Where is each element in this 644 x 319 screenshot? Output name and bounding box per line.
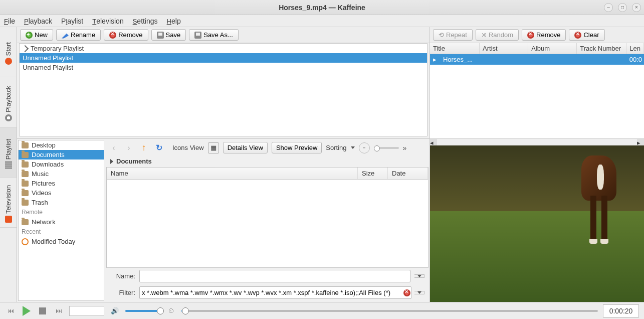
column-date[interactable]: Date [388, 168, 428, 179]
volume-slider[interactable] [125, 310, 160, 312]
folder-icon [22, 162, 29, 168]
menu-playback[interactable]: Playback [24, 17, 52, 25]
list-icon [5, 162, 12, 169]
menu-help[interactable]: Help [167, 17, 181, 25]
name-input[interactable] [139, 270, 410, 282]
nav-up-button[interactable]: ↑ [138, 142, 149, 153]
remove-track-button[interactable]: Remove [522, 29, 566, 41]
zoom-out-button[interactable]: － [359, 142, 370, 153]
folder-icon [22, 142, 29, 148]
place-desktop[interactable]: Desktop [19, 140, 104, 150]
vtab-playback[interactable]: Playback [0, 77, 17, 127]
filter-dropdown[interactable] [414, 291, 424, 294]
aspect-selector[interactable] [69, 306, 104, 316]
col-album[interactable]: Album [528, 43, 577, 54]
close-button[interactable]: × [632, 3, 641, 12]
new-button[interactable]: New [20, 29, 53, 41]
place-network[interactable]: Network [19, 217, 104, 227]
save-button[interactable]: Save [151, 29, 186, 41]
folder-icon [22, 200, 29, 206]
playlist-row[interactable]: Temporary Playlist [20, 44, 427, 53]
breadcrumb[interactable]: Documents [106, 155, 428, 167]
menu-playlist[interactable]: Playlist [61, 17, 83, 25]
fileview-toolbar: ‹ › ↑ ↻ Icons View ▦ Details View Show P… [106, 140, 428, 155]
nav-back-button[interactable]: ‹ [108, 142, 119, 153]
track-table[interactable]: Title Artist Album Track Number Len ▸ Ho… [430, 43, 644, 145]
remove-button[interactable]: Remove [104, 29, 148, 41]
play-indicator-icon: ▸ [430, 54, 440, 65]
skip-back-button[interactable]: ⏮ [5, 305, 16, 316]
play-icon [23, 306, 31, 316]
save-icon [194, 32, 201, 39]
details-view-button[interactable]: Details View [223, 142, 268, 153]
table-row[interactable]: ▸ Horses_... 00:0 [430, 54, 644, 65]
save-as-button[interactable]: Save As... [189, 29, 239, 41]
show-preview-button[interactable]: Show Preview [272, 142, 322, 153]
place-modified-today[interactable]: Modified Today [19, 237, 104, 246]
nav-reload-button[interactable]: ↻ [153, 142, 164, 153]
column-name[interactable]: Name [107, 168, 358, 179]
nav-forward-button[interactable]: › [123, 142, 134, 153]
rename-button[interactable]: Rename [56, 29, 101, 41]
folder-icon [22, 171, 29, 177]
col-trackno[interactable]: Track Number [577, 43, 626, 54]
vtab-television[interactable]: Television [0, 178, 17, 228]
playlist-list[interactable]: Temporary Playlist Unnamed Playlist Unna… [19, 43, 427, 136]
horizontal-scrollbar[interactable]: ◂▸ [430, 138, 644, 145]
menu-file[interactable]: File [4, 17, 15, 25]
volume-icon[interactable]: 🔊 [109, 305, 120, 316]
minimize-button[interactable]: – [604, 3, 613, 12]
name-dropdown[interactable] [414, 274, 424, 278]
video-frame-horse [561, 155, 621, 246]
icons-view-label[interactable]: Icons View [172, 144, 204, 151]
titlebar: Horses_9.mp4 — Kaffeine – □ × [0, 0, 644, 15]
video-preview [430, 145, 644, 302]
progress-slider[interactable] [181, 310, 598, 312]
window-title: Horses_9.mp4 — Kaffeine [279, 4, 365, 12]
stop-button[interactable] [37, 305, 48, 316]
playlist-row[interactable]: Unnamed Playlist [20, 63, 427, 72]
place-videos[interactable]: Videos [19, 188, 104, 198]
maximize-button[interactable]: □ [618, 3, 627, 12]
place-downloads[interactable]: Downloads [19, 160, 104, 169]
menu-television[interactable]: Television [92, 17, 123, 25]
view-mode-icon[interactable]: ▦ [208, 142, 219, 153]
folder-icon [22, 219, 29, 225]
place-music[interactable]: Music [19, 169, 104, 179]
col-title[interactable]: Title [430, 43, 480, 54]
clear-filter-icon[interactable] [403, 289, 410, 296]
col-artist[interactable]: Artist [480, 43, 528, 54]
places-recent-header: Recent [19, 227, 104, 237]
playlist-toolbar: New Rename Remove Save Save As... [17, 27, 430, 43]
folder-icon [22, 190, 29, 196]
skip-forward-button[interactable]: ⏭ [53, 305, 64, 316]
clear-button[interactable]: Clear [569, 29, 604, 41]
repeat-button[interactable]: ⟲Repeat [433, 29, 473, 41]
sorting-button[interactable]: Sorting [326, 144, 346, 151]
tracks-toolbar: ⟲Repeat ⤨Random Remove Clear [430, 27, 644, 43]
file-list[interactable]: Name Size Date [106, 167, 428, 268]
filter-input[interactable] [139, 286, 411, 299]
chevron-right-icon [22, 45, 29, 52]
shuffle-icon: ⤨ [481, 31, 487, 39]
places-panel[interactable]: Desktop Documents Downloads Music Pictur… [18, 140, 104, 301]
playlist-row[interactable]: Unnamed Playlist [20, 53, 427, 63]
col-length[interactable]: Len [626, 43, 644, 54]
menu-settings[interactable]: Settings [133, 17, 158, 25]
column-size[interactable]: Size [358, 168, 388, 179]
clock-icon [22, 238, 29, 245]
expand-icon[interactable]: » [403, 144, 407, 152]
place-documents[interactable]: Documents [19, 150, 104, 160]
timer-button[interactable]: ⏲ [165, 305, 176, 316]
stop-icon [39, 307, 46, 314]
player-bar: ⏮ ⏭ 🔊 ⏲ 0:00:20 [0, 302, 644, 319]
vtab-start[interactable]: Start [0, 27, 17, 77]
file-browser: Desktop Documents Downloads Music Pictur… [17, 138, 430, 302]
random-button[interactable]: ⤨Random [476, 29, 519, 41]
place-pictures[interactable]: Pictures [19, 179, 104, 188]
place-trash[interactable]: Trash [19, 198, 104, 207]
menubar: File Playback Playlist Television Settin… [0, 15, 644, 27]
play-button[interactable] [21, 305, 32, 316]
zoom-slider[interactable] [374, 147, 399, 149]
vtab-playlist[interactable]: Playlist [0, 127, 17, 178]
